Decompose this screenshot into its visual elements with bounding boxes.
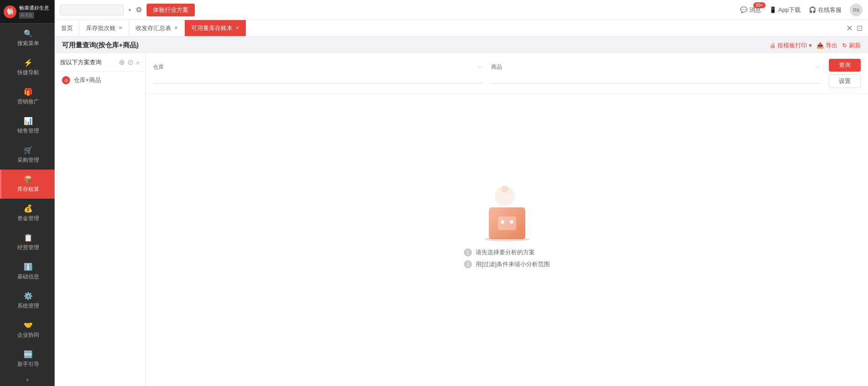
sidebar-item-label: 库存核算: [17, 185, 39, 193]
tab-batch-close-icon[interactable]: ✕: [118, 25, 122, 31]
app-download-button[interactable]: 📱 App下载: [769, 6, 801, 14]
message-button[interactable]: 💬 消息 99+: [740, 6, 761, 14]
tab-available[interactable]: 可用量库存账本 ✕: [185, 20, 246, 36]
goods-field: 商品 ···: [491, 63, 820, 84]
tab-home-label: 首页: [61, 24, 73, 32]
app-edition: 标准版: [19, 12, 34, 19]
empty-hint-2: 2 用[过滤]条件来缩小分析范围: [464, 260, 550, 268]
page-header: 可用量查询(按仓库+商品) 🖨 按模板打印 ▾ 📤 导出 ↻ 刷新: [55, 36, 868, 53]
tabs-close-all-icon[interactable]: ✕: [846, 23, 853, 33]
tab-summary[interactable]: 收发存汇总表 ✕: [129, 20, 185, 36]
headset-icon: 🎧: [809, 6, 816, 13]
goods-more-icon[interactable]: ···: [815, 64, 820, 70]
sidebar-menu: 🔍 搜索菜单 ⚡ 快捷导航 🎁 营销推广 📊 销售管理 🛒 采购管理 📦 库存核…: [0, 24, 55, 374]
warehouse-field: 仓库 ···: [153, 63, 482, 84]
collapse-icon[interactable]: «: [136, 59, 140, 66]
print-dropdown-icon[interactable]: ▾: [809, 42, 812, 49]
page-body: 可用量查询(按仓库+商品) 🖨 按模板打印 ▾ 📤 导出 ↻ 刷新: [55, 36, 868, 386]
page-header-actions: 🖨 按模板打印 ▾ 📤 导出 ↻ 刷新: [770, 41, 861, 50]
user-avatar[interactable]: Rit: [850, 4, 863, 16]
tab-summary-close-icon[interactable]: ✕: [174, 25, 178, 31]
warehouse-more-icon[interactable]: ···: [477, 64, 482, 70]
edit-scheme-icon[interactable]: ⊙: [127, 58, 133, 67]
export-button[interactable]: 📤 导出: [817, 41, 838, 50]
sidebar-item-label: 新手引导: [17, 360, 39, 368]
app-logo: 畅 畅康通好生意 标准版: [0, 0, 55, 24]
cart-icon: 🛒: [24, 146, 33, 154]
tabs-actions: ✕ ⊡: [841, 23, 868, 33]
print-icon: 🖨: [770, 42, 776, 49]
sidebar-item-cooperation[interactable]: 🤝 企业协同: [0, 315, 55, 345]
tab-batch[interactable]: 库存批次账 ✕: [80, 20, 129, 36]
sidebar-item-sales[interactable]: 📊 销售管理: [0, 111, 55, 140]
filter-header: 按以下方案查询 ⊕ ⊙ «: [55, 53, 145, 72]
tab-home[interactable]: 首页: [55, 20, 80, 36]
main-content: ▾ ⚙ 体验行业方案 💬 消息 99+ 📱 App下载 🎧 在线客服 Rit: [55, 0, 868, 386]
message-badge: 99+: [753, 2, 766, 8]
gift-icon: 🎁: [24, 87, 33, 96]
sidebar-item-shortcut[interactable]: ⚡ 快捷导航: [0, 53, 55, 82]
new-icon: 🆕: [24, 350, 33, 359]
dropdown-arrow-icon[interactable]: ▾: [128, 7, 131, 13]
sidebar: 畅 畅康通好生意 标准版 🔍 搜索菜单 ⚡ 快捷导航 🎁 营销推广 📊 销售管理…: [0, 0, 55, 386]
sidebar-item-search[interactable]: 🔍 搜索菜单: [0, 24, 55, 53]
search-input[interactable]: [60, 5, 124, 15]
print-button[interactable]: 🖨 按模板打印 ▾: [770, 41, 812, 50]
empty-state: 1 请先选择要分析的方案 2 用[过滤]条件来缩小分析范围: [146, 94, 868, 386]
content-area: 按以下方案查询 ⊕ ⊙ « ⊙ 仓库+商品: [55, 53, 868, 386]
search-icon: 🔍: [24, 29, 33, 38]
info-icon: ℹ️: [24, 262, 33, 271]
lightning-icon: ⚡: [24, 58, 33, 67]
sidebar-item-purchase[interactable]: 🛒 采购管理: [0, 140, 55, 170]
settings-icon[interactable]: ⚙: [136, 5, 142, 14]
tabs-expand-icon[interactable]: ⊡: [857, 24, 863, 32]
goods-input[interactable]: [491, 73, 820, 84]
page-title: 可用量查询(按仓库+商品): [62, 41, 139, 50]
app-download-label: App下载: [778, 6, 801, 14]
warehouse-input[interactable]: [153, 73, 482, 84]
avatar-text: Rit: [853, 7, 859, 13]
message-icon: 💬: [740, 6, 747, 13]
refresh-icon: ↻: [842, 42, 847, 49]
warehouse-field-label: 仓库 ···: [153, 63, 482, 71]
topbar: ▾ ⚙ 体验行业方案 💬 消息 99+ 📱 App下载 🎧 在线客服 Rit: [55, 0, 868, 20]
hint-text-1: 请先选择要分析的方案: [476, 248, 535, 257]
refresh-button[interactable]: ↻ 刷新: [842, 41, 861, 50]
tab-available-close-icon[interactable]: ✕: [235, 25, 239, 31]
query-button[interactable]: 查询: [829, 59, 861, 72]
box-face: [498, 216, 516, 230]
online-service-button[interactable]: 🎧 在线客服: [809, 6, 842, 14]
filter-header-label: 按以下方案查询: [60, 58, 102, 67]
sidebar-scroll-down[interactable]: ▾: [0, 374, 55, 386]
sidebar-item-system[interactable]: ⚙️ 系统管理: [0, 286, 55, 315]
add-scheme-icon[interactable]: ⊕: [119, 58, 125, 67]
app-name: 畅康通好生意: [19, 5, 49, 11]
sidebar-item-label: 资金管理: [17, 215, 39, 222]
settings-button[interactable]: 设置: [829, 74, 861, 88]
hint-num-1: 1: [464, 248, 472, 257]
goods-label-text: 商品: [491, 63, 502, 71]
hint-num-2: 2: [464, 260, 472, 268]
scheme-warehouse-goods[interactable]: ⊙ 仓库+商品: [55, 72, 145, 89]
sidebar-item-basic[interactable]: ℹ️ 基础信息: [0, 257, 55, 286]
sidebar-item-guide[interactable]: 🆕 新手引导: [0, 345, 55, 374]
sidebar-item-operations[interactable]: 📋 经营管理: [0, 228, 55, 257]
chart-icon: 📊: [24, 117, 33, 125]
empty-box: [489, 207, 525, 239]
sidebar-item-label: 搜索菜单: [17, 40, 39, 47]
industry-solution-button[interactable]: 体验行业方案: [147, 4, 195, 16]
tab-batch-label: 库存批次账: [86, 24, 116, 32]
sidebar-item-label: 系统管理: [17, 302, 39, 310]
sidebar-item-marketing[interactable]: 🎁 营销推广: [0, 82, 55, 111]
sidebar-item-inventory[interactable]: 📦 库存核算: [0, 170, 55, 199]
empty-illustration: [480, 185, 534, 239]
export-label: 导出: [826, 41, 838, 50]
empty-shadow: [484, 237, 530, 242]
sidebar-item-finance[interactable]: 💰 资金管理: [0, 199, 55, 228]
tabs-bar: 首页 库存批次账 ✕ 收发存汇总表 ✕ 可用量库存账本 ✕ ✕ ⊡: [55, 20, 868, 36]
online-service-label: 在线客服: [818, 6, 842, 14]
clipboard-icon: 📋: [24, 233, 33, 242]
handshake-icon: 🤝: [24, 321, 33, 329]
empty-hints: 1 请先选择要分析的方案 2 用[过滤]条件来缩小分析范围: [464, 248, 550, 268]
topbar-right: 💬 消息 99+ 📱 App下载 🎧 在线客服 Rit: [740, 4, 863, 16]
